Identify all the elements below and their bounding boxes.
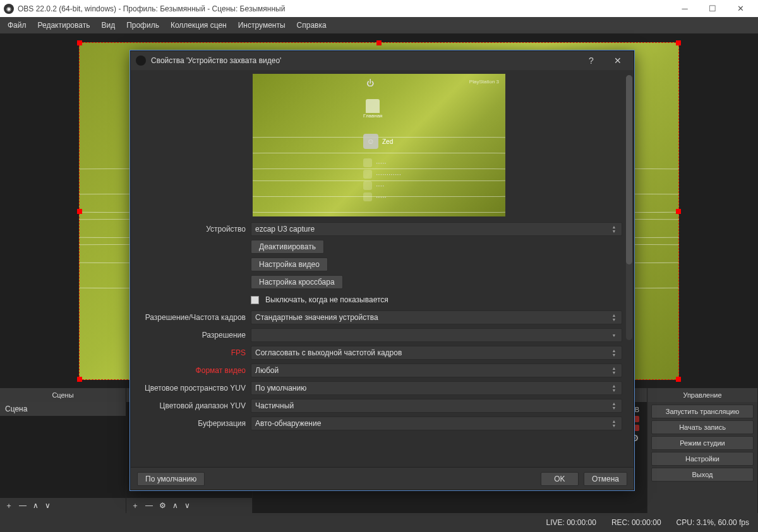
ps3-item-icon (363, 192, 372, 201)
resize-handle[interactable] (676, 209, 681, 214)
resize-handle[interactable] (77, 377, 82, 382)
window-title: OBS 22.0.2 (64-bit, windows) - Профиль: … (18, 4, 671, 13)
crossbar-config-button[interactable]: Настройка кроссбара (251, 275, 343, 289)
user-avatar-icon: ☺ (363, 134, 378, 149)
disable-when-hidden-label: Выключать, когда не показывается (265, 295, 388, 304)
obs-logo-icon (136, 56, 146, 66)
dialog-title: Свойства 'Устройство захвата видео' (151, 56, 575, 65)
ps3-item-icon (363, 181, 372, 190)
resize-handle[interactable] (376, 40, 382, 45)
yuv-range-select[interactable]: Частичный▲▼ (251, 399, 622, 413)
deactivate-button[interactable]: Деактивировать (251, 240, 324, 254)
close-button[interactable]: ✕ (726, 0, 754, 17)
menu-view[interactable]: Вид (96, 18, 120, 32)
yuv-range-label: Цветовой диапазон YUV (136, 401, 251, 410)
chevron-updown-icon: ▲▼ (609, 417, 619, 430)
start-recording-button[interactable]: Начать запись (651, 420, 754, 434)
dialog-titlebar[interactable]: Свойства 'Устройство захвата видео' ? ✕ (131, 51, 634, 70)
dialog-scrollbar[interactable] (626, 75, 632, 340)
statusbar: LIVE: 00:00:00 REC: 00:00:00 CPU: 3.1%, … (0, 513, 758, 532)
menu-file[interactable]: Файл (3, 18, 32, 32)
sources-toolbar: ＋ — ⚙ ∧ ∨ (126, 498, 252, 513)
source-down-icon[interactable]: ∨ (184, 501, 190, 510)
menu-tools[interactable]: Инструменты (233, 18, 291, 32)
device-select[interactable]: ezcap U3 capture ▲▼ (251, 222, 622, 236)
yuv-space-label: Цветовое пространство YUV (136, 384, 251, 393)
properties-dialog: Свойства 'Устройство захвата видео' ? ✕ … (130, 50, 634, 490)
dialog-footer: По умолчанию OK Отмена (131, 467, 634, 490)
dialog-preview: PlayStation 3 ⏻ Главная ☺ Zed (136, 74, 622, 216)
controls-header: Управление (647, 388, 757, 402)
ps3-user-label: Zed (382, 138, 393, 145)
scenes-panel: Сцены Сцена ＋ — ∧ ∨ (0, 388, 126, 513)
status-rec: REC: 00:00:00 (611, 518, 661, 527)
ps3-brand: PlayStation 3 (469, 79, 499, 85)
minimize-button[interactable]: ─ (671, 0, 699, 17)
settings-button[interactable]: Настройки (651, 452, 754, 466)
ps3-item-icon (363, 170, 372, 179)
controls-panel: Управление Запустить трансляцию Начать з… (647, 388, 758, 513)
yuv-space-select[interactable]: По умолчанию▲▼ (251, 381, 622, 395)
resfps-label: Разрешение/Частота кадров (136, 313, 251, 322)
menubar: Файл Редактировать Вид Профиль Коллекция… (0, 17, 758, 33)
gear-icon[interactable]: ⚙ (159, 501, 166, 510)
menu-edit[interactable]: Редактировать (33, 18, 95, 32)
ok-button[interactable]: OK (541, 472, 579, 486)
menu-profile[interactable]: Профиль (121, 18, 164, 32)
ps3-home-label: Главная (363, 113, 382, 119)
obs-logo-icon: ◉ (4, 4, 14, 14)
status-cpu: CPU: 3.1%, 60.00 fps (677, 518, 749, 527)
ps3-item-icon (363, 158, 372, 167)
studio-mode-button[interactable]: Режим студии (651, 436, 754, 450)
chevron-down-icon: ▼ (609, 329, 619, 341)
chevron-updown-icon: ▲▼ (609, 311, 619, 324)
fps-label: FPS (136, 348, 251, 357)
chevron-updown-icon: ▲▼ (609, 399, 619, 412)
video-format-select[interactable]: Любой▲▼ (251, 364, 622, 377)
exit-button[interactable]: Выход (651, 468, 754, 482)
chevron-updown-icon: ▲▼ (609, 346, 619, 359)
status-live: LIVE: 00:00:00 (546, 518, 596, 527)
add-source-icon[interactable]: ＋ (131, 500, 139, 511)
defaults-button[interactable]: По умолчанию (137, 472, 205, 486)
buffering-select[interactable]: Авто-обнаружение▲▼ (251, 417, 622, 430)
scenes-toolbar: ＋ — ∧ ∨ (0, 498, 126, 513)
window-titlebar: ◉ OBS 22.0.2 (64-bit, windows) - Профиль… (0, 0, 758, 17)
chevron-updown-icon: ▲▼ (609, 364, 619, 377)
scenes-header: Сцены (0, 388, 126, 402)
maximize-button[interactable]: ☐ (699, 0, 726, 17)
menu-scene-collection[interactable]: Коллекция сцен (165, 18, 232, 32)
remove-scene-icon[interactable]: — (19, 501, 27, 510)
power-icon: ⏻ (366, 79, 374, 88)
resolution-label: Разрешение (136, 331, 251, 340)
dialog-close-button[interactable]: ✕ (607, 51, 629, 70)
home-icon (366, 99, 380, 113)
menu-help[interactable]: Справка (292, 18, 332, 32)
device-label: Устройство (136, 225, 251, 233)
resolution-select[interactable]: ▼ (251, 328, 622, 342)
disable-when-hidden-checkbox[interactable] (251, 296, 259, 304)
remove-source-icon[interactable]: — (145, 501, 153, 510)
scene-item[interactable]: Сцена (0, 402, 126, 416)
scrollbar-thumb[interactable] (626, 75, 632, 264)
resize-handle[interactable] (77, 40, 82, 45)
dialog-help-button[interactable]: ? (581, 51, 602, 70)
scene-down-icon[interactable]: ∨ (45, 501, 51, 510)
video-config-button[interactable]: Настройка видео (251, 257, 328, 271)
buffering-label: Буферизация (136, 419, 251, 428)
resfps-select[interactable]: Стандартные значения устройства▲▼ (251, 310, 622, 324)
add-scene-icon[interactable]: ＋ (5, 500, 13, 511)
start-streaming-button[interactable]: Запустить трансляцию (651, 405, 754, 418)
chevron-updown-icon: ▲▼ (609, 382, 619, 394)
source-up-icon[interactable]: ∧ (172, 501, 178, 510)
video-format-label: Формат видео (136, 366, 251, 375)
resize-handle[interactable] (77, 209, 82, 214)
resize-handle[interactable] (676, 40, 681, 45)
chevron-updown-icon: ▲▼ (609, 223, 619, 235)
cancel-button[interactable]: Отмена (584, 472, 627, 486)
scene-up-icon[interactable]: ∧ (33, 501, 39, 510)
resize-handle[interactable] (676, 377, 681, 382)
fps-select[interactable]: Согласовать с выходной частотой кадров▲▼ (251, 346, 622, 360)
